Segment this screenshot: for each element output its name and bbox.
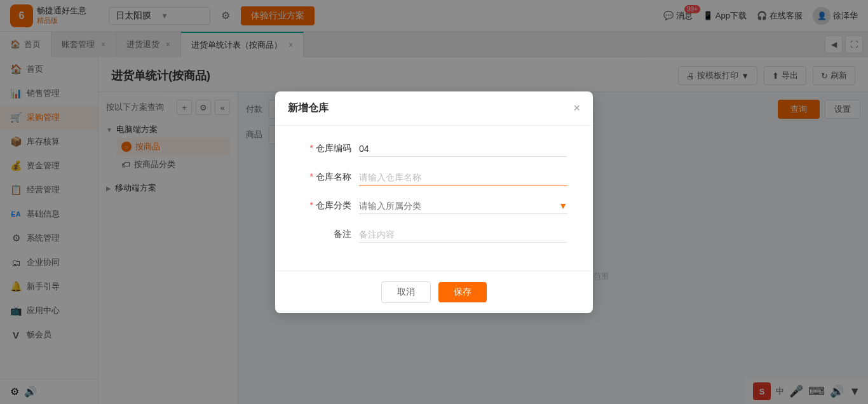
form-row-category: 仓库分类 ▼ xyxy=(301,198,567,214)
modal-header: 新增仓库 × xyxy=(275,91,593,126)
category-label: 仓库分类 xyxy=(301,200,351,212)
modal-title: 新增仓库 xyxy=(288,102,329,115)
code-label: 仓库编码 xyxy=(301,143,351,154)
form-row-code: 仓库编码 xyxy=(301,141,567,157)
save-button[interactable]: 保存 xyxy=(438,282,487,302)
cancel-button[interactable]: 取消 xyxy=(381,281,431,303)
remark-label: 备注 xyxy=(301,229,351,240)
modal-body: 仓库编码 仓库名称 仓库分类 ▼ 备注 xyxy=(275,126,593,271)
category-arrow-icon: ▼ xyxy=(559,201,567,211)
name-input[interactable] xyxy=(359,170,567,185)
code-input[interactable] xyxy=(359,141,567,157)
add-warehouse-modal: 新增仓库 × 仓库编码 仓库名称 仓库分类 ▼ xyxy=(275,91,593,313)
category-input[interactable] xyxy=(359,201,559,211)
modal-close-btn[interactable]: × xyxy=(573,102,580,114)
name-label: 仓库名称 xyxy=(301,172,351,183)
form-row-name: 仓库名称 xyxy=(301,170,567,185)
modal-overlay: 新增仓库 × 仓库编码 仓库名称 仓库分类 ▼ xyxy=(0,0,868,404)
remark-input[interactable] xyxy=(359,227,567,243)
category-select[interactable]: ▼ xyxy=(359,198,567,214)
modal-footer: 取消 保存 xyxy=(275,271,593,313)
form-row-remark: 备注 xyxy=(301,227,567,243)
